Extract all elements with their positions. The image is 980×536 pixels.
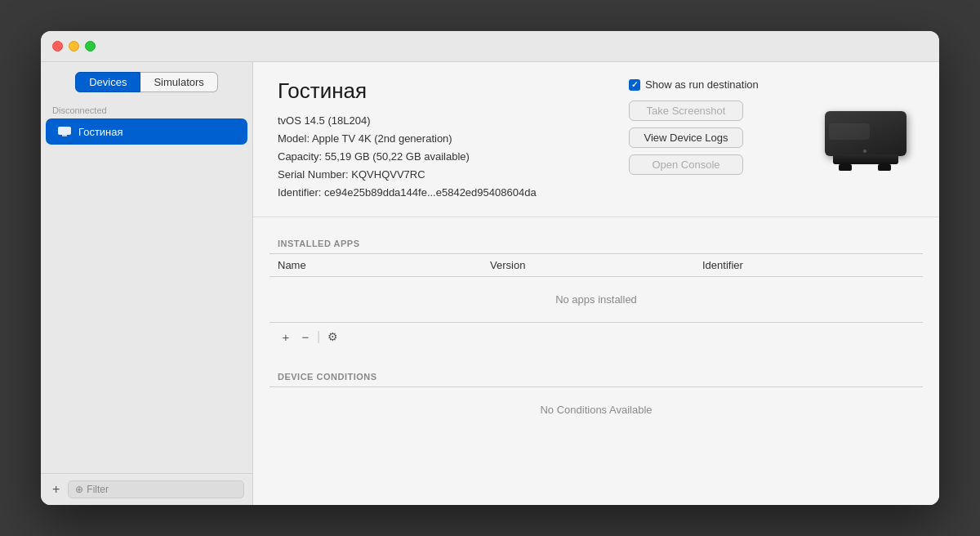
installed-apps-header: INSTALLED APPS: [270, 232, 923, 253]
run-destination-label: Show as run destination: [645, 78, 759, 91]
col-version: Version: [490, 259, 702, 271]
sidebar-item-label: Гостиная: [78, 126, 123, 138]
titlebar: [41, 31, 939, 62]
device-os: tvOS 14.5 (18L204): [278, 112, 604, 130]
apps-table-header: Name Version Identifier: [270, 254, 923, 277]
svg-rect-1: [62, 135, 67, 136]
main-content: Гостиная tvOS 14.5 (18L204) Model: Apple…: [253, 62, 939, 505]
close-button[interactable]: [52, 41, 63, 51]
tab-devices[interactable]: Devices: [75, 72, 140, 92]
device-serial: Serial Number: KQVHQVV7RC: [278, 166, 604, 184]
maximize-button[interactable]: [85, 41, 96, 51]
tab-simulators[interactable]: Simulators: [140, 72, 217, 92]
remove-app-button[interactable]: −: [297, 328, 314, 345]
installed-apps-section: INSTALLED APPS Name Version Identifier N…: [270, 232, 923, 351]
device-header: Гостиная tvOS 14.5 (18L204) Model: Apple…: [253, 62, 939, 217]
device-model: Model: Apple TV 4K (2nd generation): [278, 130, 604, 148]
device-info: Гостиная tvOS 14.5 (18L204) Model: Apple…: [278, 78, 604, 202]
col-name: Name: [278, 259, 490, 271]
apps-empty-message: No apps installed: [270, 277, 923, 322]
col-identifier: Identifier: [702, 259, 915, 271]
filter-input-container[interactable]: ⊕ Filter: [68, 480, 244, 498]
take-screenshot-button[interactable]: Take Screenshot: [629, 100, 743, 121]
traffic-lights: [52, 41, 96, 51]
device-title: Гостиная: [278, 78, 604, 104]
open-console-button[interactable]: Open Console: [629, 154, 743, 175]
device-identifier: Identifier: ce94e25b89dda144fe...e5842ed…: [278, 184, 604, 202]
filter-placeholder-text: Filter: [87, 484, 109, 495]
device-meta: tvOS 14.5 (18L204) Model: Apple TV 4K (2…: [278, 112, 604, 202]
conditions-empty-message: No Conditions Available: [270, 387, 923, 432]
device-icon: [57, 124, 72, 139]
run-destination-checkbox[interactable]: [629, 79, 640, 91]
svg-rect-0: [58, 127, 71, 135]
device-capacity: Capacity: 55,19 GB (50,22 GB available): [278, 148, 604, 166]
sidebar-footer: + ⊕ Filter: [41, 473, 252, 505]
content-area: Devices Simulators Disconnected Гостиная…: [41, 62, 939, 505]
sidebar-tabs: Devices Simulators: [41, 62, 252, 100]
sidebar-item-gostinaya[interactable]: Гостиная: [46, 118, 247, 145]
add-device-button[interactable]: +: [49, 480, 63, 498]
disconnected-label: Disconnected: [41, 100, 252, 118]
sidebar: Devices Simulators Disconnected Гостиная…: [41, 62, 253, 505]
apps-table-footer: + − | ⚙: [270, 322, 923, 351]
device-conditions-section: DEVICE CONDITIONS No Conditions Availabl…: [270, 365, 923, 432]
main-window: Devices Simulators Disconnected Гостиная…: [41, 31, 939, 505]
apps-gear-button[interactable]: ⚙: [323, 328, 341, 346]
minimize-button[interactable]: [69, 41, 79, 51]
footer-separator: |: [317, 329, 320, 344]
filter-icon: ⊕: [75, 484, 83, 495]
sections-area: INSTALLED APPS Name Version Identifier N…: [253, 217, 939, 505]
add-app-button[interactable]: +: [278, 328, 294, 345]
run-destination-row: Show as run destination: [629, 78, 759, 91]
device-actions: Show as run destination Take Screenshot …: [629, 78, 792, 202]
view-device-logs-button[interactable]: View Device Logs: [629, 127, 743, 148]
device-conditions-header: DEVICE CONDITIONS: [270, 365, 923, 386]
device-image: [817, 78, 915, 202]
